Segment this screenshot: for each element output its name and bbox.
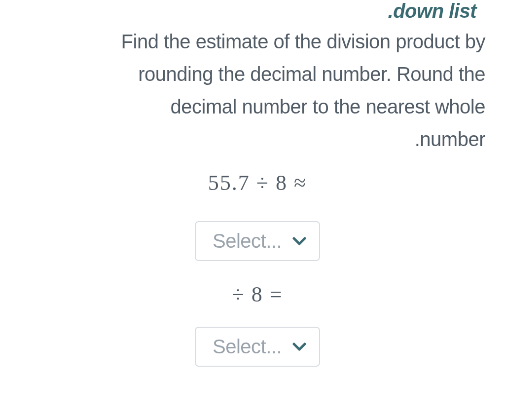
expression-mid: ÷ 8 = — [30, 282, 485, 307]
math-block: 55.7 ÷ 8 ≈ Select... ÷ 8 = Select... — [30, 170, 485, 372]
heading-label: .down list — [30, 0, 476, 22]
expression-top: 55.7 ÷ 8 ≈ — [30, 170, 485, 195]
instruction-line-4: .number — [415, 128, 485, 150]
select-placeholder-1: Select... — [213, 230, 282, 252]
instruction-text: Find the estimate of the division produc… — [30, 25, 485, 155]
instruction-line-1: Find the estimate of the division produc… — [121, 31, 485, 52]
select-rounded-value[interactable]: Select... — [195, 221, 320, 261]
select-placeholder-2: Select... — [213, 336, 282, 358]
chevron-down-icon — [292, 342, 306, 352]
instruction-line-2: rounding the decimal number. Round the — [138, 63, 485, 85]
chevron-down-icon — [292, 236, 306, 246]
instruction-line-3: decimal number to the nearest whole — [171, 96, 485, 117]
question-container: .down list Find the estimate of the divi… — [0, 0, 505, 372]
select-answer-value[interactable]: Select... — [195, 327, 320, 367]
